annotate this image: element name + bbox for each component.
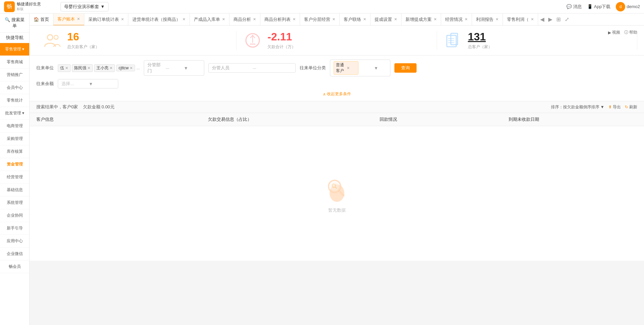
sidebar-item-smooth-member[interactable]: 畅会员: [0, 260, 29, 273]
filter-more-btn[interactable]: ...: [136, 66, 140, 70]
tab-close-icon[interactable]: ✕: [253, 17, 256, 22]
video-btn[interactable]: ▶ 视频: [608, 30, 620, 35]
unit-class-tag[interactable]: 普通客户 ✕: [334, 61, 358, 75]
tab-close-icon[interactable]: ✕: [434, 17, 437, 22]
sidebar-item-member-center[interactable]: 会员中心: [0, 81, 29, 94]
tab-scroll-right[interactable]: ▶: [546, 16, 554, 23]
export-btn[interactable]: ⬆ 导出: [608, 104, 621, 110]
sidebar-item-new-guide[interactable]: 新手引导: [0, 222, 29, 235]
tab-bar: 🏠 首页 客户账本 ✕ 采购订单统计表 ✕ 进货单统计表（按商品） ✕ 产成品入…: [30, 13, 644, 26]
tab-goods-analysis-list[interactable]: 商品分析列表 ✕: [260, 13, 300, 26]
tag-close-icon[interactable]: ✕: [110, 66, 113, 70]
company-selector[interactable]: 母婴行业演示帐套 ▼: [60, 2, 109, 11]
tab-fullscreen-icon[interactable]: ⤢: [563, 16, 571, 23]
sidebar-item-label: 电商管理: [7, 123, 23, 128]
tab-business-status[interactable]: 经营情况 ✕: [441, 13, 472, 26]
sidebar-item-label: 资金管理: [7, 162, 23, 167]
tab-scroll-left[interactable]: ◀: [538, 16, 546, 23]
sidebar-item-enterprise-collab[interactable]: 企业协同: [0, 209, 29, 222]
tab-profit-report[interactable]: 利润报告 ✕: [472, 13, 503, 26]
tab-retail-profit[interactable]: 零售利润（ ✕: [503, 13, 538, 26]
results-text: 搜索结果中，客户0家: [36, 104, 78, 109]
sidebar-item-label: 企业协同: [7, 213, 23, 218]
tag-close-icon[interactable]: ✕: [347, 66, 356, 70]
tab-close-icon[interactable]: ✕: [293, 17, 296, 22]
tab-close-icon[interactable]: ✕: [77, 17, 80, 21]
app-download-label: App下载: [594, 4, 610, 10]
sidebar-item-purchase-mgmt[interactable]: 采购管理: [0, 133, 29, 145]
filter-tag-wang[interactable]: 王小亮 ✕: [94, 64, 115, 72]
stat-total-debt: -2.11 欠款合计（万）: [237, 31, 437, 50]
tab-new-raise-plan[interactable]: 新增提成方案 ✕: [401, 13, 441, 26]
sidebar-item-retail-stats[interactable]: 零售统计: [0, 94, 29, 107]
tab-close-icon[interactable]: ✕: [465, 17, 468, 22]
tab-goods-analysis[interactable]: 商品分析 ✕: [229, 13, 260, 26]
filter-tag-cjttcw[interactable]: cjttcw ✕: [116, 65, 135, 71]
tab-expand-icon[interactable]: ⊞: [554, 16, 563, 23]
tab-close-icon[interactable]: ✕: [531, 17, 534, 22]
logo-sub: 标版: [17, 7, 41, 11]
help-btn[interactable]: ⓘ 帮助: [624, 30, 637, 35]
sidebar-item-ecommerce-mgmt[interactable]: 电商管理: [0, 120, 29, 133]
app-download-btn[interactable]: 📱 App下载: [587, 4, 610, 10]
sidebar-item-operation-mgmt[interactable]: 经营管理: [0, 171, 29, 184]
sidebar-item-inventory[interactable]: 库存核算: [0, 145, 29, 158]
tab-purchase-order-stat[interactable]: 采购订单统计表 ✕: [84, 13, 128, 26]
tag-close-icon[interactable]: ✕: [130, 66, 133, 70]
quick-nav[interactable]: 快捷导航: [0, 33, 29, 43]
chevron-down-icon: ▼: [184, 66, 201, 71]
sidebar-item-capital-mgmt[interactable]: 资金管理: [0, 158, 29, 171]
dept-select[interactable]: 分管部门 ··· ▼: [144, 60, 204, 76]
user-avatar-btn[interactable]: d demo2: [616, 2, 640, 11]
tab-label: 进货单统计表（按商品）: [132, 16, 180, 23]
sidebar-item-label: 基础信息: [7, 187, 23, 192]
top-bar: 畅 畅捷通好生意 标版 母婴行业演示帐套 ▼ 💬 消息 📱 App下载 d de…: [0, 0, 644, 13]
query-button[interactable]: 查询: [394, 63, 417, 73]
sidebar-item-marketing[interactable]: 营销推广: [0, 69, 29, 81]
tab-customer-capital[interactable]: 客户账本 ✕: [53, 13, 84, 26]
tab-close-icon[interactable]: ✕: [182, 17, 185, 22]
filter-row-1: 往来单位 伍 ✕ 陈民强 ✕ 王小亮 ✕: [36, 60, 637, 76]
total-debt-value: -2.11: [267, 31, 296, 42]
sidebar-item-label: 系统管理: [7, 200, 23, 205]
sidebar-item-label: 零售商城: [7, 60, 23, 64]
tab-raise-settings[interactable]: 提成设置 ✕: [371, 13, 401, 26]
tab-customer-contact[interactable]: 客户联络 ✕: [340, 13, 371, 26]
person-select[interactable]: 分管人员 ···: [208, 63, 296, 73]
table-body: 暂无数据: [30, 126, 644, 261]
sidebar-item-system-mgmt[interactable]: 系统管理: [0, 196, 29, 209]
sidebar-item-label: 库存核算: [7, 149, 23, 154]
tab-label: 商品分析列表: [264, 16, 291, 23]
sidebar-item-retail-mgmt[interactable]: 零售管理 ▾: [0, 43, 29, 56]
tab-product-inbound[interactable]: 产成品入库单 ✕: [190, 13, 229, 26]
filter-tag-wu[interactable]: 伍 ✕: [58, 64, 71, 72]
tag-close-icon[interactable]: ✕: [65, 66, 68, 70]
arrow-icon: ▾: [22, 47, 24, 51]
sidebar-item-enterprise-wechat[interactable]: 企业微信: [0, 248, 29, 260]
tab-customer-segment[interactable]: 客户分层经营 ✕: [300, 13, 340, 26]
sidebar-item-retail-mall[interactable]: 零售商城: [0, 56, 29, 69]
chevron-down-icon: ▼: [89, 81, 115, 86]
clients-icon: [444, 31, 463, 50]
tag-close-icon[interactable]: ✕: [87, 66, 90, 70]
tab-close-icon[interactable]: ✕: [496, 17, 499, 22]
sidebar-item-app-center[interactable]: 应用中心: [0, 235, 29, 248]
collapse-btn[interactable]: ∧ 收起更多条件: [36, 91, 637, 97]
filter-tag-chen[interactable]: 陈民强 ✕: [72, 64, 93, 72]
tab-home[interactable]: 🏠 首页: [30, 13, 53, 26]
tab-close-icon[interactable]: ✕: [394, 17, 397, 22]
tab-close-icon[interactable]: ✕: [121, 17, 124, 22]
sort-select[interactable]: 排序：按欠款金额倒序排序 ▼: [551, 104, 604, 110]
sidebar-item-wholesale-mgmt[interactable]: 批发管理 ▾: [0, 107, 29, 120]
tab-close-icon[interactable]: ✕: [332, 17, 335, 22]
tab-inbound-stat[interactable]: 进货单统计表（按商品） ✕: [128, 13, 190, 26]
tab-close-icon[interactable]: ✕: [222, 17, 225, 22]
balance-select[interactable]: 选择... ▼: [58, 79, 118, 88]
refresh-btn[interactable]: ↻ 刷新: [625, 104, 637, 110]
message-btn[interactable]: 💬 消息: [566, 4, 582, 10]
sidebar-search[interactable]: 🔍 搜索菜单: [0, 13, 29, 33]
empty-state: 暂无数据: [322, 174, 352, 213]
tab-close-icon[interactable]: ✕: [363, 17, 366, 22]
unit-class-select[interactable]: 普通客户 ✕ ▼: [330, 60, 390, 76]
sidebar-item-basic-info[interactable]: 基础信息: [0, 184, 29, 196]
